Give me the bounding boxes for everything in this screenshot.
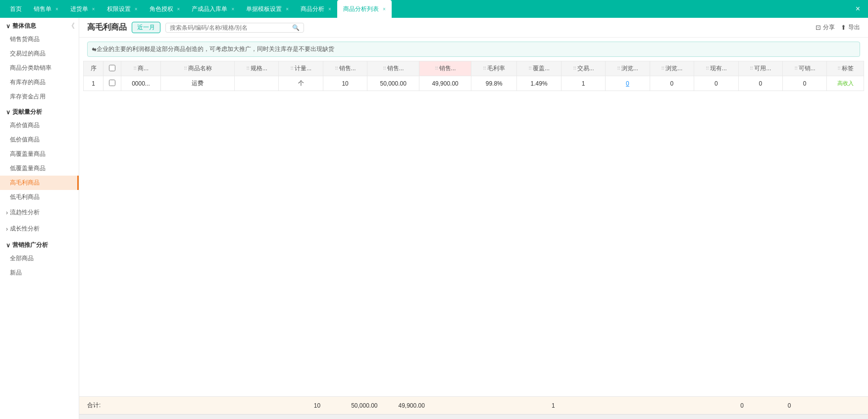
nav-tab-template[interactable]: 单据模板设置 × <box>240 0 295 18</box>
content-area: 高毛利商品 近一月 🔍 ⊡ 分享 ⬆ 导出 ♦ ♦ 企业的主要的利润都是这部分商… <box>79 18 868 419</box>
footer-empty-browse <box>577 402 624 409</box>
col-available[interactable]: ⠿ 可用... <box>738 61 782 76</box>
share-icon: ⊡ <box>816 24 821 31</box>
sidebar-item-low-margin[interactable]: 低毛利商品 <box>0 190 79 204</box>
col-sales-amount[interactable]: ⠿ 销售... <box>367 61 419 76</box>
row-checkbox[interactable] <box>109 80 115 86</box>
sidebar-item-high-coverage[interactable]: 高覆盖量商品 <box>0 147 79 161</box>
resize-icon: ⠿ <box>483 66 486 71</box>
footer-sellable: 0 <box>766 402 813 409</box>
col-tag[interactable]: ⠿ 标签 <box>827 61 864 76</box>
resize-icon: ⠿ <box>290 66 294 71</box>
resize-icon: ⠿ <box>133 66 137 71</box>
chevron-down-icon: ∨ <box>6 109 10 116</box>
tag-label: 高收入 <box>837 80 854 86</box>
sidebar-item-high-value[interactable]: 高价值商品 <box>0 118 79 133</box>
search-input[interactable] <box>170 24 290 31</box>
resize-icon: ⠿ <box>794 66 798 71</box>
col-sales-cost[interactable]: ⠿ 销售... <box>419 61 471 76</box>
cell-browse1[interactable]: 0 <box>606 76 650 91</box>
cell-checkbox[interactable] <box>103 76 121 91</box>
close-icon[interactable]: × <box>55 6 58 12</box>
footer-values: 10 50,000.00 49,900.00 1 0 0 <box>104 402 860 409</box>
table-wrapper[interactable]: 序 ⠿ 商... ⠿ <box>79 61 868 396</box>
select-all-checkbox[interactable] <box>109 65 115 71</box>
cell-gross-margin: 99.8% <box>471 76 517 91</box>
window-close-button[interactable]: × <box>852 4 864 13</box>
col-current-stock[interactable]: ⠿ 现有... <box>694 61 738 76</box>
nav-tab-analysis[interactable]: 商品分析 × <box>295 0 337 18</box>
close-icon[interactable]: × <box>383 6 386 12</box>
sidebar-item-in-stock-goods[interactable]: 有库存的商品 <box>0 75 79 90</box>
search-icon[interactable]: 🔍 <box>292 24 300 31</box>
col-unit[interactable]: ⠿ 计量... <box>279 61 323 76</box>
close-icon[interactable]: × <box>231 6 234 12</box>
cell-sales-qty: 10 <box>323 76 367 91</box>
sidebar-group-overall[interactable]: ∨ 整体信息 <box>0 18 79 32</box>
resize-icon: ⠿ <box>617 66 620 71</box>
sidebar-item-category-sales-rate[interactable]: 商品分类助销率 <box>0 61 79 75</box>
close-icon[interactable]: × <box>135 6 138 12</box>
footer-cell-empty3 <box>199 402 246 409</box>
col-sales-qty[interactable]: ⠿ 销售... <box>323 61 367 76</box>
close-icon[interactable]: × <box>177 6 180 12</box>
close-icon[interactable]: × <box>92 6 95 12</box>
col-browse2[interactable]: ⠿ 浏览... <box>650 61 694 76</box>
sidebar-item-new-goods[interactable]: 新品 <box>0 266 79 280</box>
col-seq: 序 <box>84 61 103 76</box>
sidebar-item-low-value[interactable]: 低价值商品 <box>0 133 79 147</box>
sidebar-item-all-goods[interactable]: 全部商品 <box>0 251 79 266</box>
col-name[interactable]: ⠿ 商品名称 <box>161 61 235 76</box>
footer-cell-empty1 <box>104 402 152 409</box>
col-code[interactable]: ⠿ 商... <box>121 61 161 76</box>
nav-tab-permissions[interactable]: 权限设置 × <box>101 0 144 18</box>
nav-tab-sales[interactable]: 销售单 × <box>28 0 64 18</box>
table-row: 1 0000... 运费 个 10 50,000.00 49,900.00 99… <box>84 76 864 91</box>
share-button[interactable]: ⊡ 分享 <box>816 23 835 32</box>
horizontal-scrollbar[interactable] <box>79 414 868 419</box>
resize-icon: ⠿ <box>184 66 187 71</box>
nav-tab-analysis-list[interactable]: 商品分析列表 × <box>337 0 392 18</box>
sidebar-group-trend[interactable]: › 流趋性分析 <box>0 204 79 221</box>
col-browse1[interactable]: ⠿ 浏览... <box>606 61 650 76</box>
sidebar-group-contribution[interactable]: ∨ 贡献量分析 <box>0 104 79 118</box>
sidebar-item-low-coverage[interactable]: 低覆盖量商品 <box>0 161 79 176</box>
resize-icon: ⠿ <box>246 66 250 71</box>
browse1-link[interactable]: 0 <box>626 80 629 87</box>
footer-transactions: 1 <box>530 402 577 409</box>
col-spec[interactable]: ⠿ 规格... <box>235 61 279 76</box>
nav-tab-inbound[interactable]: 产成品入库单 × <box>186 0 240 18</box>
filter-month-button[interactable]: 近一月 <box>132 22 160 33</box>
nav-tab-roles[interactable]: 角色授权 × <box>144 0 186 18</box>
table-footer: 合计: 10 50,000.00 49,900.00 1 0 0 <box>79 396 868 414</box>
header-actions: ⊡ 分享 ⬆ 导出 <box>816 23 860 32</box>
sidebar-item-sales-goods[interactable]: 销售货商品 <box>0 32 79 47</box>
col-sellable[interactable]: ⠿ 可销... <box>782 61 826 76</box>
footer-available: 0 <box>718 402 766 409</box>
sidebar-group-marketing[interactable]: ∨ 营销推广分析 <box>0 237 79 251</box>
cell-code: 0000... <box>121 76 161 91</box>
nav-tab-purchase[interactable]: 进货单 × <box>64 0 101 18</box>
close-icon[interactable]: × <box>286 6 289 12</box>
footer-sales-qty: 10 <box>294 402 341 409</box>
resize-icon: ⠿ <box>335 66 338 71</box>
chevron-right-icon: › <box>6 226 8 233</box>
sidebar-item-high-margin[interactable]: 高毛利商品 <box>0 176 79 190</box>
sidebar-item-traded-goods[interactable]: 交易过的商品 <box>0 47 79 61</box>
search-box: 🔍 <box>165 23 304 33</box>
col-checkbox[interactable] <box>103 61 121 76</box>
sidebar-collapse-button[interactable]: 《 <box>68 22 75 31</box>
top-nav: 首页 销售单 × 进货单 × 权限设置 × 角色授权 × 产成品入库单 × 单据… <box>0 0 868 18</box>
sidebar-group-growth[interactable]: › 成长性分析 <box>0 221 79 237</box>
col-gross-margin[interactable]: ⠿ 毛利率 <box>471 61 517 76</box>
close-icon[interactable]: × <box>328 6 331 12</box>
col-transactions[interactable]: ⠿ 交易... <box>561 61 605 76</box>
chevron-down-icon: ∨ <box>6 242 10 249</box>
resize-icon: ⠿ <box>706 66 709 71</box>
cell-coverage: 1.49% <box>517 76 561 91</box>
col-coverage[interactable]: ⠿ 覆盖... <box>517 61 561 76</box>
nav-tab-home[interactable]: 首页 <box>4 0 28 18</box>
sidebar-item-inventory-capital[interactable]: 库存资金占用 <box>0 90 79 104</box>
export-icon: ⬆ <box>841 24 846 31</box>
export-button[interactable]: ⬆ 导出 <box>841 23 860 32</box>
